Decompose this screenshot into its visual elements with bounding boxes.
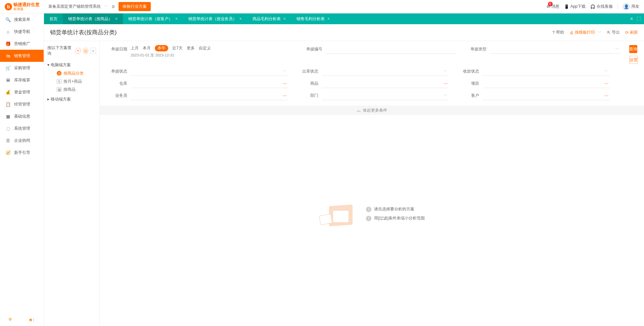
sidebar-settings-icon[interactable]: ⚙ — [8, 317, 12, 323]
sidebar-item-0[interactable]: 🔍搜索菜单 — [0, 13, 44, 26]
app-download-link[interactable]: 📱 App下载 — [564, 4, 586, 9]
tab-home[interactable]: 首页 — [44, 13, 63, 24]
export-button[interactable]: ⇱导出 — [607, 30, 620, 35]
help-icon: ? — [552, 30, 555, 35]
filter-label-billno: 单据编号 — [301, 45, 322, 52]
date-chip-0[interactable]: 上月 — [131, 45, 139, 51]
sidebar-item-5[interactable]: 🏛库存核算 — [0, 74, 44, 86]
leaf-icon: ▦ — [57, 87, 61, 92]
headset-icon: 🎧 — [590, 4, 595, 9]
system-selector[interactable]: 装备及固定资产辅助管理系统 ﹀ ⚙ — [48, 4, 115, 9]
user-menu[interactable]: 👤 用友 — [623, 3, 639, 10]
input-customer[interactable]: ⋯ — [482, 91, 610, 100]
date-chip-1[interactable]: 本月 — [143, 45, 151, 51]
scheme-leaf-0[interactable]: ◷按商品分类 — [47, 69, 98, 77]
help-button[interactable]: ?帮助 — [552, 30, 564, 35]
sidebar-item-9[interactable]: ◌系统管理 — [0, 122, 44, 134]
gear-icon[interactable]: ⚙ — [111, 4, 115, 9]
input-warehouse[interactable]: ⋯ — [131, 79, 288, 88]
sidebar-item-6[interactable]: 💰资金管理 — [0, 86, 44, 98]
tree-node-mobile[interactable]: ▸移动端方案 — [47, 95, 98, 104]
filter-label-sales: 业务员 — [106, 91, 127, 98]
page-header: 销货单统计表(按商品分类) ?帮助 🖨按模板打印﹀ ⇱导出 ⟳刷新 — [44, 24, 644, 41]
input-sales[interactable]: ⋯ — [131, 91, 288, 100]
phone-icon: 📱 — [564, 4, 569, 9]
tree-node-pc[interactable]: ▾电脑端方案 — [47, 60, 98, 69]
settings-button[interactable]: 设置 — [629, 56, 638, 64]
sidebar-icon: 💰 — [5, 90, 11, 95]
input-product[interactable]: ⋯ — [322, 79, 449, 88]
avatar-icon: 👤 — [623, 3, 630, 10]
print-template-button[interactable]: 🖨按模板打印﹀ — [569, 30, 602, 35]
step-1-icon: 1 — [366, 207, 371, 212]
filter-label-billstatus: 单据状态 — [106, 67, 127, 74]
input-billno[interactable] — [326, 45, 456, 54]
tab-2[interactable]: 销货单统计表（按业务员）× — [183, 13, 247, 24]
tab-label: 销售毛利分析表 — [296, 16, 325, 22]
tab-0[interactable]: 销货单统计表（按商品）× — [63, 13, 123, 24]
sidebar-label: 营销推广 — [14, 41, 30, 47]
tab-1[interactable]: 销货单统计表（按客户）× — [123, 13, 183, 24]
add-scheme-icon[interactable]: + — [75, 48, 81, 54]
online-service-link[interactable]: 🎧 在线客服 — [590, 4, 613, 9]
sidebar-label: 企业协同 — [14, 138, 30, 144]
close-tab-icon[interactable]: × — [283, 16, 286, 21]
select-dept[interactable]: ﹀ — [322, 91, 449, 100]
try-industry-button[interactable]: 体验行业方案 — [119, 2, 151, 11]
filter-label-paystatus: 收款状态 — [458, 67, 479, 74]
sidebar-item-10[interactable]: ☰企业协同 — [0, 134, 44, 147]
divider — [617, 4, 618, 9]
user-label: 用友 — [631, 4, 639, 9]
date-chip-4[interactable]: 更多 — [187, 45, 195, 51]
tab-4[interactable]: 销售毛利分析表× — [291, 13, 335, 24]
refresh-button[interactable]: ⟳刷新 — [625, 30, 638, 35]
close-tab-icon[interactable]: × — [175, 16, 178, 21]
message-icon: ✉ — [547, 4, 550, 9]
scheme-leaf-2[interactable]: ▦按商品 — [47, 85, 98, 93]
select-billstatus[interactable]: ﹀ — [131, 67, 288, 76]
tabs-bar: 首页 销货单统计表（按商品）×销货单统计表（按客户）×销货单统计表（按业务员）×… — [44, 13, 644, 24]
date-chip-3[interactable]: 近7天 — [172, 45, 183, 51]
sidebar-collapse-icon[interactable]: ◀｜ — [29, 317, 36, 323]
select-billtype[interactable]: ﹀ — [490, 45, 620, 54]
brand-sub: 标准版 — [13, 7, 40, 11]
sidebar-item-4[interactable]: 🛒采购管理 — [0, 62, 44, 74]
input-project[interactable]: ⋯ — [482, 79, 610, 88]
sidebar-item-8[interactable]: ▦基础信息 — [0, 110, 44, 122]
sidebar-label: 资金管理 — [14, 89, 30, 95]
leaf-label: 按商品分类 — [63, 71, 84, 76]
filter-label-product: 商品 — [297, 79, 318, 86]
close-tab-icon[interactable]: × — [327, 16, 330, 21]
close-all-tabs-icon[interactable]: ✕ — [630, 16, 633, 21]
select-paystatus[interactable]: ﹀ — [482, 67, 610, 76]
collapse-scheme-icon[interactable]: « — [90, 48, 96, 54]
tab-3[interactable]: 商品毛利分析表× — [247, 13, 291, 24]
sidebar-item-11[interactable]: 🧭新手引导 — [0, 147, 44, 159]
sidebar-item-7[interactable]: 📋经营管理 — [0, 98, 44, 110]
close-tab-icon[interactable]: × — [115, 16, 118, 21]
date-chip-2[interactable]: 本年 — [155, 45, 168, 51]
close-tab-icon[interactable]: × — [239, 16, 242, 21]
search-button[interactable]: 查询 — [629, 45, 637, 53]
sidebar-label: 采购管理 — [14, 65, 30, 71]
sidebar-item-2[interactable]: 🎁营销推广 — [0, 38, 44, 50]
sidebar: 🔍搜索菜单⌂快捷导航🎁营销推广🛍销售管理🛒采购管理🏛库存核算💰资金管理📋经营管理… — [0, 13, 44, 326]
filter-label-date: 单据日期 — [106, 45, 127, 52]
logo-icon: b — [5, 3, 12, 10]
collapse-filters-button[interactable]: ︽ 收起更多条件 — [100, 106, 644, 115]
date-range: 2023-01-01 至 2023-12-31 — [131, 53, 292, 58]
fullscreen-icon[interactable]: ⛶ — [637, 16, 641, 21]
sidebar-item-1[interactable]: ⌂快捷导航 — [0, 26, 44, 38]
target-scheme-icon[interactable]: ◎ — [83, 48, 89, 54]
sidebar-item-3[interactable]: 🛍销售管理 — [0, 50, 44, 62]
sidebar-label: 基础信息 — [14, 114, 30, 119]
filter-label-outstatus: 出库状态 — [297, 67, 318, 74]
date-chip-5[interactable]: 自定义 — [199, 45, 211, 51]
message-link[interactable]: ✉ 消息 — [547, 4, 559, 9]
select-outstatus[interactable]: ﹀ — [322, 67, 449, 76]
tab-label: 销货单统计表（按客户） — [128, 16, 173, 22]
sidebar-label: 搜索菜单 — [14, 17, 30, 23]
export-icon: ⇱ — [607, 30, 610, 35]
chevron-up-icon: ︽ — [357, 108, 361, 113]
scheme-leaf-1[interactable]: ⇅按月+商品 — [47, 77, 98, 85]
